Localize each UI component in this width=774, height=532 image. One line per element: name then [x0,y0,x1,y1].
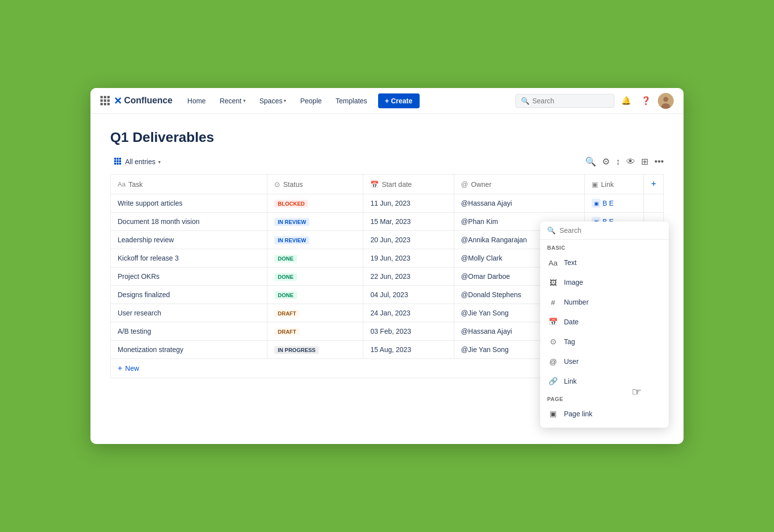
logo-group: ✕ Confluence [100,95,172,107]
help-button[interactable]: ❓ [638,93,654,109]
hide-fields-icon[interactable]: 👁 [626,157,635,167]
dropdown-item-date[interactable]: 📅 Date [540,312,669,332]
link-cell[interactable]: ▣ B E [585,194,644,213]
basic-section-label: BASIC [540,240,669,253]
table-view-icon [114,158,122,166]
nav-people[interactable]: People [295,94,327,108]
dropdown-item-image[interactable]: 🖼 Image [540,272,669,292]
status-type-icon: ⊙ [274,180,280,188]
status-cell[interactable]: IN PROGRESS [267,341,363,359]
spaces-chevron-icon: ▾ [284,98,286,103]
status-cell[interactable]: BLOCKED [267,194,363,213]
task-cell[interactable]: Monetization strategy [111,341,267,359]
status-cell[interactable]: IN REVIEW [267,213,363,231]
add-column-icon[interactable]: + [651,179,656,189]
task-cell[interactable]: Write support articles [111,194,267,213]
entries-selector[interactable]: All entries ▾ [110,155,165,168]
confluence-x-icon: ✕ [114,95,122,107]
status-badge: IN REVIEW [274,218,309,226]
confluence-brand-text: Confluence [124,95,172,106]
dropdown-item-tag[interactable]: ⊙ Tag [540,332,669,352]
status-cell[interactable]: IN REVIEW [267,231,363,249]
notifications-button[interactable]: 🔔 [618,93,634,109]
owner-cell: @Hassana Ajayi [454,194,584,213]
user-type-icon: @ [547,355,559,367]
status-badge: BLOCKED [274,200,308,208]
task-cell[interactable]: A/B testing [111,322,267,341]
task-cell[interactable]: Project OKRs [111,267,267,286]
dropdown-item-number[interactable]: # Number [540,292,669,312]
link-type-icon: ▣ [592,180,598,188]
search-toolbar-icon[interactable]: 🔍 [585,156,596,167]
link-page-icon: ▣ [592,199,601,208]
dropdown-item-user[interactable]: @ User [540,352,669,371]
date-cell: 04 Jul, 2023 [363,286,454,304]
task-cell[interactable]: Designs finalized [111,286,267,304]
empty-cell [644,194,664,213]
page-link-type-icon: ▣ [547,408,559,420]
task-cell[interactable]: Leadership review [111,231,267,249]
status-cell[interactable]: DONE [267,267,363,286]
confluence-logo[interactable]: ✕ Confluence [114,95,172,107]
user-avatar[interactable] [658,93,674,109]
date-cell: 15 Mar, 2023 [363,213,454,231]
task-cell[interactable]: Kickoff for release 3 [111,249,267,267]
toolbar-actions: 🔍 ⚙ ↕ 👁 ⊞ ••• [585,156,664,167]
nav-home[interactable]: Home [182,94,211,108]
create-button[interactable]: + Create [378,93,420,108]
search-input[interactable] [532,97,609,105]
date-cell: 11 Jun, 2023 [363,194,454,213]
status-cell[interactable]: DONE [267,286,363,304]
text-type-icon: Aa [547,257,559,268]
status-cell[interactable]: DONE [267,249,363,267]
page-title: Q1 Deliverables [110,130,664,145]
task-cell[interactable]: User research [111,304,267,322]
link-type-icon: 🔗 [547,375,559,387]
status-cell[interactable]: DRAFT [267,322,363,341]
dropdown-item-text[interactable]: Aa Text [540,253,669,272]
global-search-bar[interactable]: 🔍 [516,94,614,108]
date-cell: 15 Aug, 2023 [363,341,454,359]
navbar: ✕ Confluence Home Recent ▾ Spaces ▾ Peop… [90,88,684,114]
status-badge: DONE [274,255,297,263]
more-options-icon[interactable]: ••• [654,157,664,167]
owner-type-icon: @ [461,180,468,188]
grid-icon[interactable] [100,96,110,105]
sort-icon[interactable]: ↕ [616,157,620,167]
dropdown-item-link[interactable]: 🔗 Link [540,371,669,391]
date-type-icon: 📅 [370,180,379,188]
status-badge: IN PROGRESS [274,346,319,354]
dropdown-search-input[interactable] [559,226,662,234]
search-icon: 🔍 [521,97,529,105]
col-status: ⊙ Status [267,175,363,194]
image-type-icon: 🖼 [547,276,559,288]
svg-point-1 [663,97,668,102]
number-type-icon: # [547,296,559,308]
date-type-icon: 📅 [547,316,559,328]
text-type-icon: Aa [118,180,126,188]
status-badge: DRAFT [274,310,300,317]
date-cell: 20 Jun, 2023 [363,231,454,249]
column-type-dropdown: 🔍 BASIC Aa Text 🖼 Image # Number 📅 Date … [540,222,669,428]
dropdown-item-page-link[interactable]: ▣ Page link [540,404,669,424]
status-badge: IN REVIEW [274,236,309,244]
date-cell: 22 Jun, 2023 [363,267,454,286]
date-cell: 19 Jun, 2023 [363,249,454,267]
table-toolbar: All entries ▾ 🔍 ⚙ ↕ 👁 ⊞ ••• [110,155,664,168]
add-column-header[interactable]: + [644,175,664,194]
filter-icon[interactable]: ⚙ [602,156,610,167]
grid-layout-icon[interactable]: ⊞ [641,156,648,167]
tag-type-icon: ⊙ [547,336,559,348]
task-cell[interactable]: Document 18 month vision [111,213,267,231]
dropdown-search-icon: 🔍 [547,226,556,234]
col-start-date: 📅 Start date [363,175,454,194]
date-cell: 24 Jan, 2023 [363,304,454,322]
col-task: Aa Task [111,175,267,194]
status-badge: DRAFT [274,328,300,336]
status-cell[interactable]: DRAFT [267,304,363,322]
nav-spaces[interactable]: Spaces ▾ [255,94,292,108]
col-owner: @ Owner [454,175,584,194]
dropdown-search-area[interactable]: 🔍 [540,222,669,240]
nav-templates[interactable]: Templates [331,94,372,108]
nav-recent[interactable]: Recent ▾ [215,94,250,108]
